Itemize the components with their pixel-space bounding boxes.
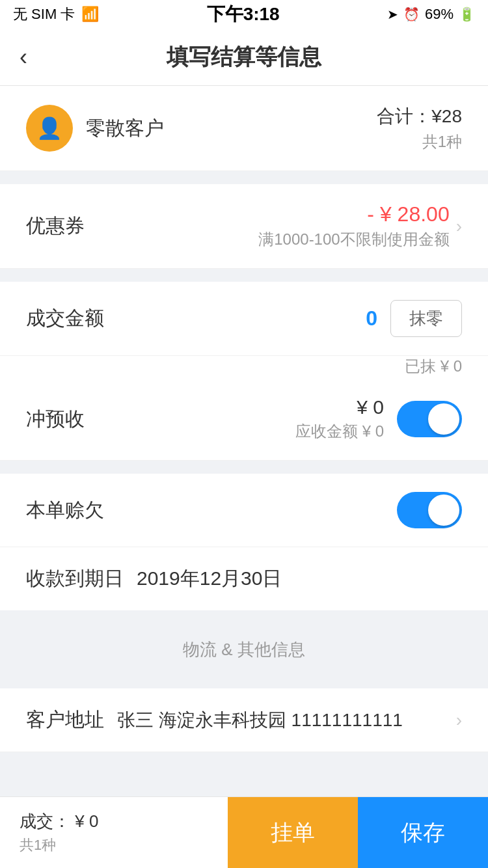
battery-level: 69% [425,6,454,23]
battery-icon: 🔋 [459,7,475,22]
bottom-bar: 成交： ¥ 0 共1种 挂单 保存 [0,796,488,868]
prepayment-toggle[interactable] [397,401,462,437]
bottom-deal-amount: ¥ 0 [75,811,98,831]
location-icon: ➤ [387,7,398,22]
address-value: 张三 海淀永丰科技园 11111111111 [117,708,456,733]
content-area: 👤 零散客户 合计：¥28 共1种 优惠券 - ¥ 28.00 满1000-10… [0,86,488,868]
prepayment-amounts: ¥ 0 应收金额 ¥ 0 [295,396,384,442]
prepayment-label: 冲预收 [26,406,85,433]
duedate-value: 2019年12月30日 [137,565,282,592]
duedate-row: 收款到期日 2019年12月30日 [0,547,488,610]
bottom-count: 共1种 [20,835,208,855]
debt-toggle-knob [428,495,459,526]
coupon-description: 满1000-100不限制使用金额 [258,229,449,250]
customer-total: 合计：¥28 [377,104,462,129]
coupon-label: 优惠券 [26,213,85,239]
customer-avatar: 👤 [26,105,73,152]
status-left: 无 SIM 卡 📶 [13,5,99,24]
status-bar: 无 SIM 卡 📶 下午3:18 ➤ ⏰ 69% 🔋 [0,0,488,29]
deal-section: 成交金额 0 抹零 已抹 ¥ 0 冲预收 ¥ 0 应收金额 ¥ 0 [0,282,488,461]
status-right: ➤ ⏰ 69% 🔋 [387,6,475,23]
deal-amount-row: 成交金额 0 抹零 [0,282,488,356]
bottom-deal-label: 成交： [20,811,70,831]
coupon-chevron: › [456,216,462,237]
debt-toggle[interactable] [397,492,462,528]
debt-label: 本单赊欠 [26,497,130,524]
prepayment-row: 冲预收 ¥ 0 应收金额 ¥ 0 [0,390,488,461]
coupon-discount: - ¥ 28.00 [258,202,449,226]
back-button[interactable]: ‹ [20,44,27,71]
page-title: 填写结算等信息 [167,42,321,72]
deal-amount-right: 0 抹零 [130,300,462,337]
gap5 [0,675,488,688]
round-button[interactable]: 抹零 [390,300,462,337]
prepayment-amount: ¥ 0 [295,396,384,418]
debt-row: 本单赊欠 [0,474,488,547]
avatar-icon: 👤 [36,116,62,141]
customer-count: 共1种 [377,131,462,152]
pending-button[interactable]: 挂单 [228,797,358,869]
alarm-icon: ⏰ [403,7,420,22]
address-label: 客户地址 [26,707,104,733]
customer-name: 零散客户 [86,115,164,142]
gap4 [0,610,488,623]
gap2 [0,269,488,282]
round-sub-text: 已抹 ¥ 0 [405,356,462,377]
customer-section: 👤 零散客户 合计：¥28 共1种 [0,86,488,171]
no-sim-text: 无 SIM 卡 [13,5,75,24]
wifi-icon: 📶 [81,6,99,23]
toggle-knob [428,403,459,435]
save-button[interactable]: 保存 [358,797,488,869]
debt-section: 本单赊欠 收款到期日 2019年12月30日 [0,474,488,610]
coupon-section: 优惠券 - ¥ 28.00 满1000-100不限制使用金额 › [0,184,488,269]
bottom-deal-text: 成交： ¥ 0 [20,810,208,833]
gap3 [0,461,488,474]
nav-bar: ‹ 填写结算等信息 [0,29,488,86]
coupon-row[interactable]: 优惠券 - ¥ 28.00 满1000-100不限制使用金额 › [0,184,488,269]
gap1 [0,171,488,184]
logistics-title: 物流 & 其他信息 [183,638,305,661]
customer-row[interactable]: 👤 零散客户 合计：¥28 共1种 [0,86,488,171]
address-section: 客户地址 张三 海淀永丰科技园 11111111111 › [0,688,488,752]
prepayment-right: ¥ 0 应收金额 ¥ 0 [295,396,462,442]
round-sub-row: 已抹 ¥ 0 [0,356,488,390]
logistics-header: 物流 & 其他信息 [0,623,488,675]
address-chevron: › [456,710,462,731]
coupon-right: - ¥ 28.00 满1000-100不限制使用金额 › [258,202,462,250]
customer-summary: 合计：¥28 共1种 [377,104,462,152]
address-row[interactable]: 客户地址 张三 海淀永丰科技园 11111111111 › [0,688,488,752]
coupon-info: - ¥ 28.00 满1000-100不限制使用金额 [258,202,449,250]
customer-info: 👤 零散客户 [26,105,164,152]
bottom-info: 成交： ¥ 0 共1种 [0,810,228,855]
deal-amount-label: 成交金额 [26,305,130,332]
status-time: 下午3:18 [207,2,280,27]
duedate-label: 收款到期日 [26,565,124,592]
deal-amount-value[interactable]: 0 [366,306,377,331]
prepayment-due: 应收金额 ¥ 0 [295,421,384,442]
